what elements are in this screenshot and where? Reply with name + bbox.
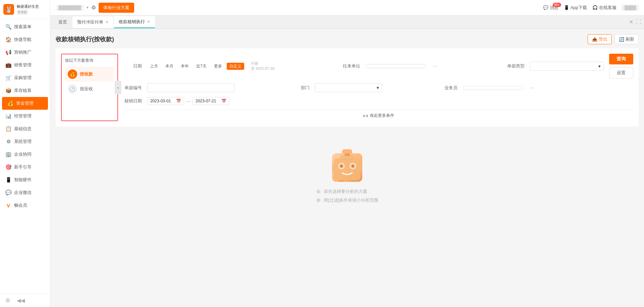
industry-btn[interactable]: 体验行业方案 <box>99 3 134 13</box>
svg-rect-9 <box>339 180 344 182</box>
system-icon: ⚙ <box>5 139 11 145</box>
operation-icon: 📊 <box>5 113 11 119</box>
gear-icon[interactable]: ⚙ <box>91 4 96 11</box>
collapse-sidebar-btn[interactable]: « <box>115 81 121 94</box>
user-info[interactable]: ████ <box>622 5 639 11</box>
header-left: ████████ ▾ ⚙ 体验行业方案 <box>56 3 539 13</box>
sales-icon: 💼 <box>5 62 11 68</box>
doc-type-select[interactable]: ▾ <box>530 62 604 71</box>
setting-btn[interactable]: 设置 <box>609 67 633 79</box>
tab-bar: 首页 预付冲应付单 ✕ 收款核销执行 ✕ ✕ ⛶ <box>50 15 644 29</box>
sidebar-item-sales[interactable]: 💼 销售管理 <box>0 59 50 71</box>
sidebar-item-system[interactable]: ⚙ 系统管理 <box>0 135 50 148</box>
query-btn[interactable]: 查询 <box>609 54 633 64</box>
svg-rect-2 <box>344 153 350 156</box>
counterparty-input[interactable] <box>366 64 426 68</box>
sidebar-item-search-menu[interactable]: 🔍 搜索菜单 <box>0 20 50 33</box>
calendar-from-icon[interactable]: 📅 <box>176 99 181 103</box>
tab-prepay[interactable]: 预付冲应付单 ✕ <box>72 16 113 28</box>
empty-illustration <box>332 153 362 182</box>
svg-rect-0 <box>334 158 361 180</box>
sidebar-item-member[interactable]: V 畅会员 <box>0 199 50 212</box>
header-right: 💬 消息 99+ 📱 App下载 🎧 在线客服 ████ <box>543 5 639 11</box>
sidebar-item-wechat[interactable]: 💬 企业微信 <box>0 186 50 199</box>
by-receivable-icon: 🕐 <box>68 84 77 94</box>
counterparty-dots-btn[interactable]: ··· <box>431 62 438 70</box>
dropdown-icon[interactable]: ▾ <box>87 5 89 10</box>
svg-rect-8 <box>360 163 362 172</box>
sidebar-item-guide[interactable]: 🎯 新手引导 <box>0 161 50 173</box>
dept-label: 部门 <box>291 85 310 91</box>
verify-date-from[interactable]: 2023-03-01 📅 <box>147 97 184 105</box>
collapse-more-btn[interactable]: ∧∧ 收起更多条件 <box>123 110 633 121</box>
tab-expand-icon[interactable]: ⛶ <box>636 19 641 25</box>
custom-btn[interactable]: 自定义 <box>227 63 244 70</box>
sidebar: 🐰 畅捷通好生意 标准版 🔍 搜索菜单 🏠 快捷导航 📢 营销推广 💼 销售管理… <box>0 0 50 307</box>
dept-select[interactable]: ▾ <box>315 83 382 92</box>
query-option-by-receivable[interactable]: 🕐 按应收 <box>65 82 114 96</box>
export-btn[interactable]: 📤 导出 <box>588 34 612 44</box>
wechat-icon: 💬 <box>5 190 11 196</box>
last-7days-btn[interactable]: 近7天 <box>194 63 209 70</box>
brand-text: ████████ <box>56 5 84 11</box>
sidebar-item-quick-nav[interactable]: 🏠 快捷导航 <box>0 33 50 46</box>
refresh-btn[interactable]: 🔄 刷新 <box>614 34 639 44</box>
tab-close-all-icon[interactable]: ✕ <box>629 19 633 25</box>
tab-prepay-label: 预付冲应付单 <box>77 19 103 25</box>
service-icon: 🎧 <box>592 5 598 10</box>
filter-row-1: 日期 上月 本月 本年 近7天 更多 自定义 不限 至 2023-07-26 <box>123 54 633 79</box>
last-month-btn[interactable]: 上月 <box>147 63 161 70</box>
tab-receipt-verify-close[interactable]: ✕ <box>147 19 150 24</box>
sidebar-item-label: 企业协同 <box>14 151 32 157</box>
app-download-label: App下载 <box>571 5 587 11</box>
sidebar-item-label: 库存核算 <box>14 88 32 94</box>
service-label: 在线客服 <box>599 5 616 11</box>
sidebar-item-label: 搜索菜单 <box>14 24 32 30</box>
message-btn[interactable]: 💬 消息 99+ <box>543 5 558 11</box>
hardware-icon: 📱 <box>5 177 11 183</box>
query-option-by-receipt[interactable]: 💰 按收款 <box>65 67 114 82</box>
doc-no-label: 单据编号 <box>123 85 142 91</box>
this-year-btn[interactable]: 本年 <box>178 63 192 70</box>
filter-panel: 按以下方案查询 💰 按收款 🕐 按应收 « 日期 上月 <box>56 48 639 126</box>
online-service-btn[interactable]: 🎧 在线客服 <box>592 5 616 11</box>
settings-bottom-icon[interactable]: ⚙ <box>5 297 10 304</box>
sidebar-item-inventory[interactable]: 📦 库存核算 <box>0 84 50 97</box>
collapse-sidebar-icon[interactable]: ◀◀ <box>17 297 25 304</box>
no-limit-text: 不限 <box>251 61 274 66</box>
sidebar-item-enterprise[interactable]: 🏢 企业协同 <box>0 148 50 161</box>
date-group: 上月 本月 本年 近7天 更多 自定义 <box>147 63 244 70</box>
verify-date-range: 2023-03-01 📅 — 2023-07-21 📅 <box>147 97 229 105</box>
page-actions: 📤 导出 🔄 刷新 <box>588 34 639 44</box>
tab-receipt-verify[interactable]: 收款核销执行 ✕ <box>114 16 155 28</box>
finance-icon: 💰 <box>7 100 13 106</box>
tab-prepay-close[interactable]: ✕ <box>105 20 109 24</box>
staff-dots-btn[interactable]: ··· <box>529 84 536 92</box>
export-icon: 📤 <box>592 37 597 42</box>
app-name: 畅捷通好生意 <box>17 4 39 9</box>
doc-no-input[interactable] <box>147 83 234 92</box>
by-receivable-label: 按应收 <box>80 86 93 92</box>
sidebar-item-finance[interactable]: 💰 资金管理 <box>2 97 48 110</box>
message-badge: 99+ <box>553 3 561 7</box>
page-title: 收款核销执行(按收款) <box>56 35 114 43</box>
empty-state: ① 请先选择要分析的方案 ② 用[过滤]条件来缩小分析范围 <box>56 126 639 232</box>
query-sidebar: 按以下方案查询 💰 按收款 🕐 按应收 « <box>61 54 118 121</box>
sidebar-item-purchase[interactable]: 🛒 采购管理 <box>0 71 50 84</box>
app-download-btn[interactable]: 📱 App下载 <box>564 5 587 11</box>
sidebar-item-label: 智能硬件 <box>14 177 32 183</box>
tab-home[interactable]: 首页 <box>53 16 72 28</box>
quick-nav-icon: 🏠 <box>5 37 11 43</box>
staff-input[interactable] <box>463 86 523 90</box>
search-menu-icon: 🔍 <box>5 24 11 30</box>
this-month-btn[interactable]: 本月 <box>163 63 176 70</box>
sidebar-item-hardware[interactable]: 📱 智能硬件 <box>0 173 50 186</box>
basic-info-icon: 📋 <box>5 126 11 132</box>
sidebar-item-operation[interactable]: 📊 经营管理 <box>0 110 50 122</box>
marketing-icon: 📢 <box>5 49 11 55</box>
sidebar-item-marketing[interactable]: 📢 营销推广 <box>0 46 50 59</box>
verify-date-to[interactable]: 2023-07-21 📅 <box>193 97 229 105</box>
sidebar-item-basic-info[interactable]: 📋 基础信息 <box>0 122 50 135</box>
calendar-to-icon[interactable]: 📅 <box>221 99 226 103</box>
more-btn[interactable]: 更多 <box>211 63 225 70</box>
